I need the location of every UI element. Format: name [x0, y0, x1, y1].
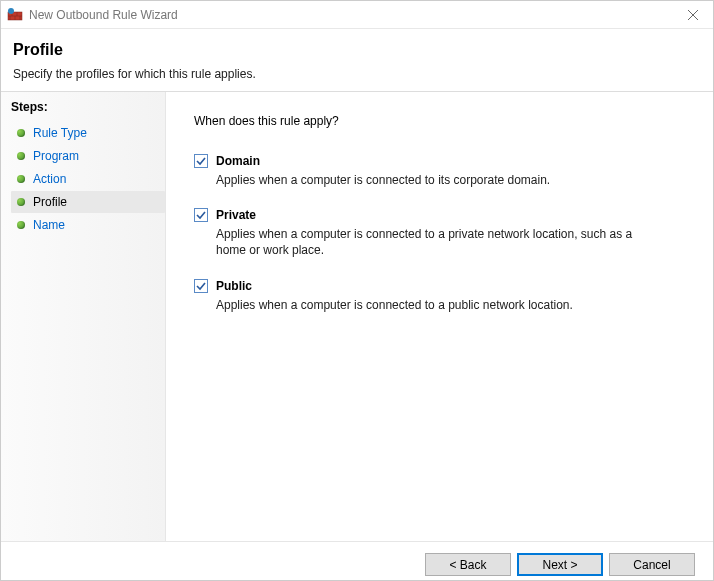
- step-bullet-icon: [17, 175, 25, 183]
- close-button[interactable]: [673, 1, 713, 29]
- profile-description: Applies when a computer is connected to …: [216, 226, 656, 258]
- profile-label: Domain: [216, 154, 260, 168]
- check-icon: [196, 281, 206, 291]
- profile-label: Public: [216, 279, 252, 293]
- step-label: Rule Type: [33, 126, 87, 140]
- page-title: Profile: [13, 41, 701, 59]
- steps-title: Steps:: [11, 100, 165, 114]
- wizard-footer: < Back Next > Cancel: [1, 541, 713, 581]
- back-button[interactable]: < Back: [425, 553, 511, 576]
- step-label: Name: [33, 218, 65, 232]
- window-title: New Outbound Rule Wizard: [29, 8, 178, 22]
- step-bullet-icon: [17, 221, 25, 229]
- title-bar: New Outbound Rule Wizard: [1, 1, 713, 29]
- checkbox-public[interactable]: [194, 279, 208, 293]
- step-label: Program: [33, 149, 79, 163]
- step-bullet-icon: [17, 152, 25, 160]
- profile-description: Applies when a computer is connected to …: [216, 297, 656, 313]
- firewall-icon: [7, 7, 23, 23]
- step-item-name[interactable]: Name: [11, 214, 165, 236]
- profile-option-public: PublicApplies when a computer is connect…: [194, 279, 691, 313]
- page-subtitle: Specify the profiles for which this rule…: [13, 67, 701, 81]
- svg-point-8: [8, 8, 14, 14]
- checkbox-domain[interactable]: [194, 154, 208, 168]
- cancel-button[interactable]: Cancel: [609, 553, 695, 576]
- profile-option-domain: DomainApplies when a computer is connect…: [194, 154, 691, 188]
- checkbox-private[interactable]: [194, 208, 208, 222]
- step-label: Action: [33, 172, 66, 186]
- next-button[interactable]: Next >: [517, 553, 603, 576]
- check-icon: [196, 210, 206, 220]
- step-item-profile: Profile: [11, 191, 165, 213]
- step-label: Profile: [33, 195, 67, 209]
- steps-sidebar: Steps: Rule TypeProgramActionProfileName: [1, 92, 166, 541]
- profile-option-private: PrivateApplies when a computer is connec…: [194, 208, 691, 258]
- step-item-program[interactable]: Program: [11, 145, 165, 167]
- step-bullet-icon: [17, 129, 25, 137]
- profile-label: Private: [216, 208, 256, 222]
- profile-description: Applies when a computer is connected to …: [216, 172, 656, 188]
- close-icon: [688, 10, 698, 20]
- check-icon: [196, 156, 206, 166]
- step-item-action[interactable]: Action: [11, 168, 165, 190]
- wizard-content: When does this rule apply? DomainApplies…: [166, 92, 713, 541]
- step-item-rule-type[interactable]: Rule Type: [11, 122, 165, 144]
- wizard-header: Profile Specify the profiles for which t…: [1, 29, 713, 92]
- step-bullet-icon: [17, 198, 25, 206]
- profile-question: When does this rule apply?: [194, 114, 691, 128]
